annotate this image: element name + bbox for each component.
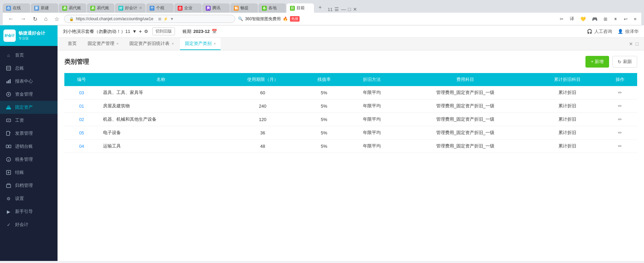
browser-tab-tengxun[interactable]: 腾 腾讯 — [202, 3, 230, 13]
tab-close-haokuaiji[interactable]: ✕ — [139, 6, 142, 10]
tab-label-muqian: 目前 — [296, 5, 305, 11]
undo-icon[interactable]: ↩ — [622, 16, 629, 22]
menu-icon[interactable]: ≡ — [632, 16, 638, 22]
cell-expense-03: 管理费用_固定资产折旧_一级 — [398, 86, 532, 99]
content-tab-category[interactable]: 固定资产类别 × — [180, 38, 220, 50]
edit-icon-05[interactable]: ✏ — [618, 130, 622, 135]
back-button[interactable]: ← — [6, 15, 16, 23]
sidebar-item-archive[interactable]: 归档管理 — [0, 179, 58, 192]
sidebar-item-purchase-sale[interactable]: 进销台账 — [0, 140, 58, 153]
search-text[interactable]: 360智能抠图免费用 — [245, 16, 281, 22]
search-icon: 🔍 — [238, 16, 243, 21]
account-name: 刘小艳演示套餐（勿删勿动！）11 — [63, 28, 130, 35]
browser-tab-qiye[interactable]: 企 企业 — [174, 3, 202, 13]
switch-version-button[interactable]: 切到旧版 — [152, 27, 175, 35]
svg-rect-3 — [7, 81, 8, 83]
brightness-icon[interactable]: ☀ — [612, 16, 619, 22]
tab-icon-yidai1: 易 — [62, 6, 67, 11]
cell-code-04[interactable]: 04 — [64, 140, 99, 153]
browser-tab-changti[interactable]: 畅 畅提 — [230, 3, 258, 13]
browser-tab-haokuaiji[interactable]: 好 好会计 ✕ — [115, 3, 146, 13]
svg-rect-18 — [7, 184, 11, 188]
scissors-icon[interactable]: ✂ — [558, 16, 565, 22]
tab-close-window-icon[interactable]: ✕ — [353, 7, 357, 12]
browser-tab-yidai2[interactable]: 易 易代账 — [87, 3, 114, 13]
tab-menu-icon[interactable]: ☰ — [334, 7, 339, 12]
translate-icon[interactable]: 译 — [568, 15, 576, 23]
page-title: 类别管理 — [64, 58, 89, 66]
home-icon: ⌂ — [5, 52, 12, 58]
content-tab-category-close[interactable]: × — [214, 41, 216, 46]
sidebar-item-settings[interactable]: ⚙ 设置 — [0, 192, 58, 205]
cell-name-05: 电子设备 — [99, 126, 223, 140]
game-icon[interactable]: 🎮 — [591, 16, 599, 22]
tab-add-button[interactable]: ＋ — [315, 2, 326, 13]
address-input[interactable]: 🔒 https://cloud.chanjet.com/accounting/u… — [64, 15, 235, 23]
svg-rect-19 — [7, 183, 10, 184]
edit-icon-02[interactable]: ✏ — [618, 117, 622, 122]
sidebar-item-invoice[interactable]: 发票管理 — [0, 127, 58, 140]
tab-icon-changti: 畅 — [234, 6, 239, 11]
edit-icon-03[interactable]: ✏ — [618, 90, 622, 95]
wallet-icon[interactable]: 💛 — [579, 16, 587, 22]
support-link[interactable]: 🎧 人工咨询 — [587, 28, 612, 35]
sidebar-label-ledger: 总账 — [15, 65, 24, 71]
cell-actions-05: ✏ — [603, 126, 637, 140]
sidebar-item-fixed-asset[interactable]: 固定资产 — [0, 101, 58, 114]
tab-count-badge[interactable]: 11 — [328, 7, 332, 12]
cell-code-03[interactable]: 03 — [64, 86, 99, 99]
browser-tab-muqian[interactable]: 目 目前 — [287, 3, 314, 13]
table-row: 02 机器、机械和其他生产设备 120 5% 年限平均 管理费用_固定资产折旧_… — [64, 113, 637, 126]
account-add-icon[interactable]: + — [139, 28, 142, 35]
archive-icon — [5, 182, 12, 189]
browser-tab-zaixin[interactable]: 在 在线 — [3, 3, 30, 13]
sidebar-item-report[interactable]: 报表中心 — [0, 75, 58, 88]
support-label: 人工咨询 — [594, 28, 612, 35]
sidebar-label-fund: 资金管理 — [15, 91, 33, 97]
content-tab-fixed-asset-mgmt-close[interactable]: × — [116, 41, 118, 46]
browser-tab-geshui[interactable]: 个 个税 — [146, 3, 174, 13]
tab-minimize-icon[interactable]: — — [341, 7, 346, 12]
sidebar-item-checkout[interactable]: 结账 — [0, 166, 58, 179]
sidebar-item-guide[interactable]: ▶ 新手引导 — [0, 205, 58, 218]
refresh-button[interactable]: ↻ 刷新 — [613, 56, 637, 68]
window-close-icon[interactable]: ✕ — [629, 41, 633, 47]
sidebar-item-haokuaiji[interactable]: ✓ 好会计 — [0, 218, 58, 231]
reload-button[interactable]: ↻ — [31, 15, 39, 23]
calendar-icon[interactable]: 📅 — [212, 29, 217, 34]
sidebar-item-home[interactable]: ⌂ 首页 — [0, 49, 58, 62]
browser-tab-yidai1[interactable]: 易 易代账 — [59, 3, 86, 13]
content-tab-depreciation[interactable]: 固定资产折旧统计表 × — [125, 38, 178, 50]
add-button[interactable]: + 新增 — [585, 56, 609, 68]
table-row: 04 运输工具 48 5% 年限平均 管理费用_固定资产折旧_一级 累计折旧 ✏ — [64, 140, 637, 153]
edit-icon-04[interactable]: ✏ — [618, 143, 622, 149]
cell-code-01[interactable]: 01 — [64, 99, 99, 113]
content-tab-home[interactable]: 首页 — [63, 38, 81, 50]
home-button[interactable]: ⌂ — [42, 15, 50, 23]
cell-code-05[interactable]: 05 — [64, 126, 99, 140]
sidebar-item-salary[interactable]: 工资 — [0, 114, 58, 127]
sidebar-item-fund[interactable]: 资金管理 — [0, 88, 58, 101]
forward-button[interactable]: → — [18, 15, 28, 23]
col-method: 折旧方法 — [346, 73, 398, 86]
edit-icon-01[interactable]: ✏ — [618, 103, 622, 109]
address-dropdown-icon[interactable]: ▼ — [170, 17, 174, 21]
account-dropdown-icon[interactable]: ▼ — [132, 29, 137, 34]
content-tab-depreciation-close[interactable]: × — [172, 41, 174, 46]
cell-name-03: 器具、工具、家具等 — [99, 86, 223, 99]
sidebar-item-tax[interactable]: ¥ 税务管理 — [0, 153, 58, 166]
site-info-icon[interactable]: ⊞ — [158, 17, 161, 21]
window-maximize-icon[interactable]: □ — [636, 41, 639, 47]
invoice-icon — [5, 130, 12, 136]
grid-icon[interactable]: ⊞ — [602, 16, 609, 22]
table-row: 03 器具、工具、家具等 60 5% 年限平均 管理费用_固定资产折旧_一级 累… — [64, 86, 637, 99]
sidebar-item-ledger[interactable]: 总账 — [0, 62, 58, 75]
account-settings-icon[interactable]: ⚙ — [144, 29, 148, 34]
browser-tab-gedi[interactable]: 各 各地 — [258, 3, 286, 13]
boost-icon[interactable]: ⚡ — [163, 17, 168, 21]
browser-tab-new[interactable]: 新 新建 — [31, 3, 58, 13]
bookmark-button[interactable]: ☆ — [52, 15, 61, 23]
content-tab-fixed-asset-mgmt[interactable]: 固定资产管理 × — [83, 38, 123, 50]
cell-code-02[interactable]: 02 — [64, 113, 99, 126]
tab-maximize-icon[interactable]: □ — [348, 7, 351, 12]
